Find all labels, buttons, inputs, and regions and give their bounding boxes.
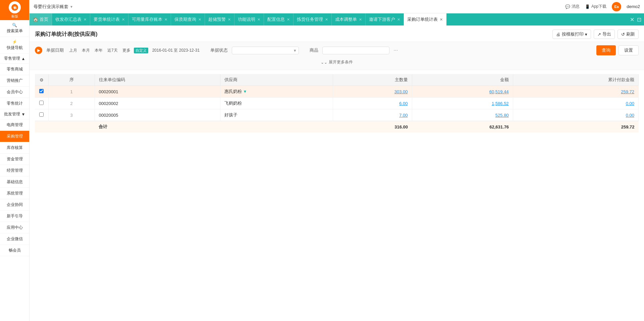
sidebar-item-retail-stat[interactable]: 零售统计 bbox=[0, 98, 29, 109]
sidebar-item-inventory[interactable]: 库存核算 bbox=[0, 142, 29, 154]
row-paid-2[interactable]: 0.00 bbox=[513, 98, 638, 109]
tab-close-icon[interactable]: ✕ bbox=[84, 17, 87, 22]
tab-caigou[interactable]: 采购订单统计表 ✕ bbox=[404, 13, 446, 25]
sidebar-item-appcenter[interactable]: 应用中心 bbox=[0, 222, 29, 233]
tab-close-all-icon[interactable]: ✕ bbox=[630, 16, 634, 23]
tab-shoufahui[interactable]: 收发存汇总表 ✕ bbox=[52, 13, 90, 25]
tab-close-icon[interactable]: ✕ bbox=[359, 17, 362, 22]
tab-close-icon[interactable]: ✕ bbox=[397, 17, 400, 22]
tab-close-icon[interactable]: ✕ bbox=[164, 17, 167, 22]
tab-paihuorenwu[interactable]: 拣货任务管理 ✕ bbox=[293, 13, 332, 25]
row-checkbox-1[interactable] bbox=[35, 86, 48, 98]
tab-close-icon[interactable]: ✕ bbox=[228, 17, 231, 22]
sidebar-item-wholesale[interactable]: 批发管理 ▼ bbox=[0, 109, 29, 119]
tab-close-icon[interactable]: ✕ bbox=[257, 17, 260, 22]
date-shortcut-this-year[interactable]: 本年 bbox=[93, 47, 104, 54]
tab-yaohuodan[interactable]: 要货单统计表 ✕ bbox=[90, 13, 128, 25]
sidebar-item-marketing[interactable]: 营销推广 bbox=[0, 75, 29, 87]
message-button[interactable]: 💬 消息 bbox=[565, 4, 580, 9]
app-logo: 畅 标版 bbox=[0, 0, 30, 20]
avatar: Ea bbox=[612, 2, 621, 11]
sidebar-item-vip[interactable]: 畅会员 bbox=[0, 245, 29, 256]
table-settings-icon[interactable]: ⚙ bbox=[35, 74, 48, 86]
row-checkbox-2[interactable] bbox=[35, 98, 48, 109]
tab-gongneng[interactable]: 功能说明 ✕ bbox=[234, 13, 264, 25]
col-supplier: 供应商 bbox=[220, 74, 333, 86]
page-content: 采购订单统计表(按供应商) 🖨 按模板打印 ▾ ↗ 导出 ↺ 刷新 bbox=[30, 25, 644, 321]
sidebar-item-newguide[interactable]: 新手引导 bbox=[0, 211, 29, 222]
row-amount-1[interactable]: 60,519.44 bbox=[412, 86, 513, 98]
data-table: ⚙ 序 往来单位编码 供应商 主数量 金额 累计付款金额 1 00020001 bbox=[35, 74, 639, 132]
sidebar-item-retail-shop[interactable]: 零售商城 bbox=[0, 64, 29, 75]
tab-chenben[interactable]: 成本调整单 ✕ bbox=[332, 13, 366, 25]
date-range-display[interactable]: 2016-01-01 至 2023-12-31 bbox=[152, 48, 200, 53]
row-qty-2[interactable]: 6.00 bbox=[333, 98, 412, 109]
sidebar-item-wechat[interactable]: 企业微信 bbox=[0, 233, 29, 245]
tab-keyong[interactable]: 可用量库存账本 ✕ bbox=[128, 13, 171, 25]
app-download-button[interactable]: 📱 App下载 bbox=[585, 4, 606, 9]
sidebar-item-business[interactable]: 经营管理 bbox=[0, 165, 29, 176]
sidebar-item-ecommerce[interactable]: 电商管理 bbox=[0, 119, 29, 131]
tab-home[interactable]: 🏠 首页 bbox=[30, 13, 52, 25]
date-shortcut-this-month[interactable]: 本月 bbox=[80, 47, 91, 54]
user-name[interactable]: demo2 bbox=[627, 4, 640, 9]
tab-close-icon[interactable]: ✕ bbox=[198, 17, 201, 22]
tab-close-icon[interactable]: ✕ bbox=[287, 17, 290, 22]
tab-baoyuqi[interactable]: 保质期查询 ✕ bbox=[171, 13, 205, 25]
row-supplier-2: 飞鹤奶粉 bbox=[220, 98, 333, 109]
row-qty-1[interactable]: 303.00 bbox=[333, 86, 412, 98]
sidebar-item-purchase[interactable]: 采购管理 bbox=[0, 131, 29, 142]
date-shortcut-last-month[interactable]: 上月 bbox=[68, 47, 78, 54]
status-select[interactable] bbox=[232, 47, 299, 54]
sidebar-item-label: 基础信息 bbox=[7, 179, 23, 185]
row-amount-2[interactable]: 1,586.52 bbox=[412, 98, 513, 109]
footer-paid: 259.72 bbox=[513, 121, 638, 133]
template-print-label: 按模板打印 bbox=[562, 31, 584, 37]
sidebar-item-label: 批发管理 bbox=[4, 111, 20, 117]
sidebar-item-finance[interactable]: 资金管理 bbox=[0, 154, 29, 165]
date-shortcut-more[interactable]: 更多 bbox=[121, 47, 132, 54]
tab-label: 要货单统计表 bbox=[94, 16, 120, 22]
sidebar-item-label: 新手引导 bbox=[7, 213, 23, 219]
template-print-button[interactable]: 🖨 按模板打印 ▾ bbox=[552, 30, 591, 39]
sidebar-item-retail[interactable]: 零售管理 ▲ bbox=[0, 54, 29, 64]
tab-close-icon[interactable]: ✕ bbox=[440, 17, 443, 22]
row-paid-3[interactable]: 0.00 bbox=[513, 109, 638, 121]
logo-text: 标版 bbox=[11, 14, 18, 19]
tab-peizhi[interactable]: 配置信息 ✕ bbox=[264, 13, 293, 25]
footer-amount: 62,631.76 bbox=[412, 121, 513, 133]
tab-close-icon[interactable]: ✕ bbox=[122, 17, 125, 22]
sidebar-item-shortcut[interactable]: ⚡ 快捷导航 bbox=[0, 37, 29, 54]
tab-label: 收发存汇总表 bbox=[55, 16, 82, 22]
sidebar-item-system[interactable]: 系统管理 bbox=[0, 188, 29, 199]
sidebar-item-enterprise[interactable]: 企业协同 bbox=[0, 199, 29, 211]
sidebar-item-search[interactable]: 🔍 搜索菜单 bbox=[0, 20, 29, 37]
page-title: 采购订单统计表(按供应商) bbox=[35, 31, 98, 38]
filter-toggle-button[interactable]: ▶ bbox=[35, 47, 42, 54]
row-checkbox-3[interactable] bbox=[35, 109, 48, 121]
row-amount-3[interactable]: 525.80 bbox=[412, 109, 513, 121]
tab-close-icon[interactable]: ✕ bbox=[325, 17, 328, 22]
row-paid-1[interactable]: 259.72 bbox=[513, 86, 638, 98]
tab-expand-icon[interactable]: ⊡ bbox=[637, 16, 641, 23]
tab-yaoqing[interactable]: 邀请下游客户 ✕ bbox=[366, 13, 404, 25]
expand-more-button[interactable]: ⌄⌄ 展开更多条件 bbox=[35, 58, 639, 66]
sidebar-item-label: 经营管理 bbox=[7, 168, 23, 173]
export-button[interactable]: ↗ 导出 bbox=[594, 30, 615, 39]
row-qty-3[interactable]: 7.00 bbox=[333, 109, 412, 121]
col-code: 往来单位编码 bbox=[95, 74, 220, 86]
refresh-button[interactable]: ↺ 刷新 bbox=[618, 30, 639, 39]
settings-button[interactable]: 设置 bbox=[619, 45, 639, 55]
query-button[interactable]: 查询 bbox=[596, 45, 616, 55]
sidebar-item-label: 快捷导航 bbox=[7, 45, 23, 51]
row-expand-icon-1[interactable]: ▼ bbox=[243, 89, 247, 94]
more-filters-icon[interactable]: ··· bbox=[393, 47, 398, 53]
tab-chaochuyujing[interactable]: 超储预警 ✕ bbox=[205, 13, 234, 25]
sidebar-item-member[interactable]: 会员中心 bbox=[0, 87, 29, 98]
date-shortcut-7days[interactable]: 近7天 bbox=[106, 47, 119, 54]
workspace-selector[interactable]: 母婴行业演示账套 ▾ bbox=[34, 4, 72, 10]
goods-input[interactable] bbox=[322, 47, 389, 54]
table-header-row: ⚙ 序 往来单位编码 供应商 主数量 金额 累计付款金额 bbox=[35, 74, 639, 86]
col-paid: 累计付款金额 bbox=[513, 74, 638, 86]
sidebar-item-basic[interactable]: 基础信息 bbox=[0, 176, 29, 188]
